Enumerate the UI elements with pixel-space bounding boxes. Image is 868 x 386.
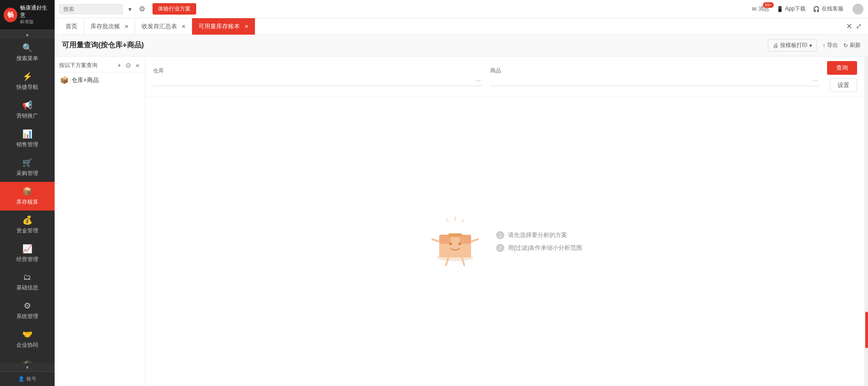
scheme-header: 按以下方案查询 + ⊙ «	[55, 57, 145, 72]
scheme-panel: 按以下方案查询 + ⊙ « 📦 仓库+商品	[55, 57, 146, 386]
tab-label: 库存批次账	[91, 22, 120, 31]
sidebar-icon: 🔍	[22, 43, 32, 53]
sidebar-user[interactable]: 👤 账号	[0, 372, 55, 386]
sidebar-icon: ⚡	[22, 72, 32, 82]
filter-row: 仓库 ··· 商品 ··· 查询 设置	[146, 57, 864, 97]
sidebar-item-label: 基础信息	[16, 284, 38, 292]
tab-close-button[interactable]: ×	[180, 23, 185, 30]
sidebar-item-label: 库存核算	[16, 198, 38, 206]
tab-可用量库存账本[interactable]: 可用量库存账本×	[192, 18, 255, 35]
svg-rect-4	[448, 233, 462, 237]
tab-label: 收发存汇总表	[142, 22, 177, 31]
hint-num-2: 2	[496, 244, 504, 252]
printer-icon: 🖨	[773, 42, 778, 49]
tab-库存批次账[interactable]: 库存批次账×	[84, 18, 135, 35]
sidebar-scroll-down[interactable]: ▼	[0, 363, 55, 371]
page-title: 可用量查询(按仓库+商品)	[62, 41, 144, 50]
app-download-item[interactable]: 📱 App下载	[777, 5, 806, 13]
empty-hint-1: 1 请先选择要分析的方案	[496, 231, 582, 239]
phone-icon: 📱	[777, 6, 783, 12]
tabbar-close-button[interactable]: ✕	[844, 20, 854, 32]
topbar: ▾ ⚙ 体验行业方案 ✉ 消息 99+ 📱 App下载 🎧 在线客服	[55, 0, 868, 18]
svg-point-6	[458, 242, 461, 245]
refresh-icon: ↻	[843, 42, 848, 49]
sidebar-icon: 📢	[22, 100, 32, 110]
sidebar-item-快捷导航[interactable]: ⚡ 快捷导航	[0, 67, 55, 96]
tab-close-button[interactable]: ×	[243, 23, 248, 30]
warehouse-input[interactable]	[153, 77, 474, 83]
sidebar-icon: 💰	[22, 215, 32, 225]
scrollbar-indicator[interactable]	[865, 312, 868, 348]
scheme-header-label: 按以下方案查询	[59, 62, 97, 69]
sidebar-item-搜索菜单[interactable]: 🔍 搜索菜单	[0, 38, 55, 67]
sidebar-header: 畅 畅康通好生意 标准版	[0, 0, 55, 30]
experience-button[interactable]: 体验行业方案	[152, 3, 196, 15]
app-edition: 标准版	[20, 19, 51, 25]
sidebar-icon: ⚙	[24, 301, 31, 311]
message-icon-item[interactable]: ✉ 消息 99+	[752, 5, 769, 13]
tab-首页[interactable]: 首页	[59, 18, 84, 35]
sidebar-item-采购管理[interactable]: 🛒 采购管理	[0, 153, 55, 182]
scheme-item-warehouse-product[interactable]: 📦 仓库+商品	[55, 72, 145, 88]
search-input[interactable]	[59, 4, 123, 14]
scheme-collapse-button[interactable]: «	[134, 61, 141, 69]
sidebar-item-label: 搜索菜单	[16, 55, 38, 62]
sidebar-icon: 🤝	[22, 329, 32, 340]
scheme-add-button[interactable]: +	[116, 61, 122, 69]
empty-svg	[428, 214, 482, 269]
tabbar-maximize-button[interactable]: ⤢	[854, 20, 863, 32]
app-logo: 畅	[4, 8, 17, 22]
sidebar-item-label: 快捷导航	[16, 83, 38, 91]
avatar[interactable]	[853, 4, 863, 15]
sidebar-nav: 🔍 搜索菜单 ⚡ 快捷导航 📢 营销推广 📊 销售管理 🛒 采购管理 📦 库存核…	[0, 38, 55, 363]
online-service-label: 在线客服	[822, 5, 843, 13]
print-button[interactable]: 🖨 按模板打印 ▾	[768, 39, 817, 51]
product-label: 商品	[490, 67, 820, 75]
refresh-button[interactable]: ↻ 刷新	[843, 41, 861, 49]
filter-buttons: 查询 设置	[827, 61, 857, 92]
sidebar-item-企业协同[interactable]: 🤝 企业协同	[0, 325, 55, 354]
sidebar-item-label: 企业协同	[16, 341, 38, 349]
query-button[interactable]: 查询	[827, 61, 857, 75]
warehouse-more-button[interactable]: ···	[474, 77, 483, 84]
gear-button[interactable]: ⚙	[137, 4, 147, 14]
tab-close-button[interactable]: ×	[123, 23, 128, 30]
sidebar-icon: 🛒	[22, 158, 32, 168]
filter-area: 仓库 ··· 商品 ··· 查询 设置	[146, 57, 864, 386]
sidebar: 畅 畅康通好生意 标准版 ▲ 🔍 搜索菜单 ⚡ 快捷导航 📢 营销推广 📊 销售…	[0, 0, 55, 386]
export-button[interactable]: ↑ 导出	[822, 41, 838, 49]
scheme-header-actions: + ⊙ «	[116, 61, 141, 69]
empty-state: 1 请先选择要分析的方案 2 用[过滤]条件来缩小分析范围	[146, 97, 864, 386]
warehouse-label: 仓库	[153, 67, 483, 75]
product-input-wrap: ···	[490, 77, 820, 86]
sidebar-item-经营管理[interactable]: 📈 经营管理	[0, 239, 55, 268]
svg-line-12	[462, 219, 464, 222]
sidebar-item-资金管理[interactable]: 💰 资金管理	[0, 211, 55, 239]
sidebar-item-label: 经营管理	[16, 256, 38, 263]
page-actions: 🖨 按模板打印 ▾ ↑ 导出 ↻ 刷新	[768, 39, 861, 51]
app-name: 畅康通好生意	[20, 5, 51, 19]
sidebar-scroll-up[interactable]: ▲	[0, 30, 55, 38]
sidebar-item-营销推广[interactable]: 📢 营销推广	[0, 96, 55, 124]
sidebar-item-系统管理[interactable]: ⚙ 系统管理	[0, 296, 55, 325]
tab-收发存汇总表[interactable]: 收发存汇总表×	[135, 18, 192, 35]
sidebar-item-销售管理[interactable]: 📊 销售管理	[0, 124, 55, 153]
product-more-button[interactable]: ···	[811, 77, 820, 84]
scheme-item-label: 仓库+商品	[71, 76, 99, 84]
user-label: 账号	[26, 376, 36, 382]
sidebar-item-基础信息[interactable]: 🗂 基础信息	[0, 268, 55, 296]
settings-button[interactable]: 设置	[830, 78, 857, 92]
product-input[interactable]	[490, 77, 811, 83]
hint-num-1: 1	[496, 231, 504, 239]
tabbar: 首页库存批次账×收发存汇总表×可用量库存账本×✕⤢	[55, 18, 868, 35]
dropdown-button[interactable]: ▾	[127, 5, 133, 14]
page-header: 可用量查询(按仓库+商品) 🖨 按模板打印 ▾ ↑ 导出 ↻ 刷新	[55, 35, 868, 57]
online-service-item[interactable]: 🎧 在线客服	[813, 5, 843, 13]
scheme-setting-button[interactable]: ⊙	[124, 61, 132, 69]
sidebar-item-新手引导[interactable]: 🎓 新手引导	[0, 354, 55, 363]
sidebar-item-库存核算[interactable]: 📦 库存核算	[0, 182, 55, 211]
sidebar-item-label: 系统管理	[16, 313, 38, 320]
app-download-label: App下载	[785, 5, 806, 13]
scheme-icon: 📦	[60, 76, 69, 84]
content-area: 按以下方案查询 + ⊙ « 📦 仓库+商品 仓库 ···	[55, 57, 868, 386]
